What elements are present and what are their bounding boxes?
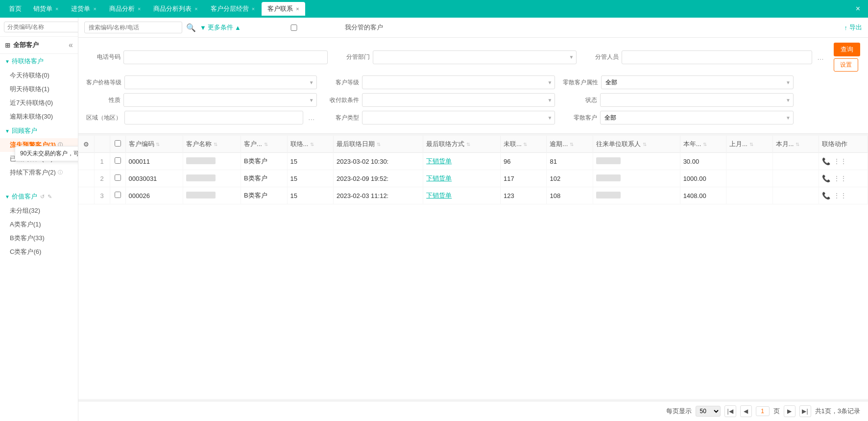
- th-overdue[interactable]: 逾期... ⇅: [547, 136, 593, 153]
- action-phone-icon[interactable]: 📞: [822, 157, 830, 165]
- action-more-icon[interactable]: ⋮⋮: [833, 192, 847, 199]
- th-this-month[interactable]: 本月... ⇅: [772, 136, 819, 153]
- filter-customer-grade-select[interactable]: [362, 75, 555, 89]
- sidebar-item-today[interactable]: 今天待联络(0): [0, 69, 78, 82]
- last-way-link[interactable]: 下销货单: [426, 174, 452, 182]
- row-checkbox[interactable]: [115, 174, 121, 181]
- edit-icon[interactable]: ✎: [48, 194, 52, 200]
- th-name[interactable]: 客户名称 ⇅: [183, 136, 241, 153]
- table-row: 2 00030031 B类客户 15 2023-02-09 19:52: 下销货…: [78, 170, 868, 187]
- nav-tab-jinhuo[interactable]: 进货单 ×: [65, 2, 102, 16]
- sidebar-item-tomorrow[interactable]: 明天待联络(1): [0, 82, 78, 96]
- my-customers-checkbox[interactable]: [245, 25, 343, 31]
- nav-home[interactable]: 首页: [4, 4, 26, 13]
- next-page-btn[interactable]: ▶: [784, 405, 796, 417]
- settings-button[interactable]: 设置: [834, 58, 858, 72]
- filter-status-label: 状态: [563, 96, 597, 104]
- close-tab-xiaohuo[interactable]: ×: [55, 6, 58, 12]
- refresh-icon[interactable]: ↺: [40, 194, 45, 200]
- table-wrap: ⚙ 客户编码 ⇅ 客户名称 ⇅ 客户... ⇅ 联络... ⇅ 最后联络日期 ⇅…: [78, 136, 868, 399]
- row-checkbox[interactable]: [115, 157, 121, 164]
- nav-tab-shangpin[interactable]: 商品分析 ×: [103, 2, 146, 16]
- th-no-contact[interactable]: 未联... ⇅: [501, 136, 547, 153]
- query-button[interactable]: 查询: [834, 43, 860, 56]
- customer-table: ⚙ 客户编码 ⇅ 客户名称 ⇅ 客户... ⇅ 联络... ⇅ 最后联络日期 ⇅…: [78, 136, 868, 204]
- th-code[interactable]: 客户编码 ⇅: [125, 136, 183, 153]
- filter-nature-wrap: ▼: [123, 93, 317, 107]
- export-button[interactable]: ↑ 导出: [844, 23, 863, 32]
- th-settings[interactable]: ⚙: [78, 136, 94, 153]
- filter-customer-type-select[interactable]: [362, 111, 555, 124]
- close-all-tabs[interactable]: ×: [852, 4, 864, 13]
- last-way-link[interactable]: 下销货单: [426, 192, 452, 199]
- th-this-year[interactable]: 本年... ⇅: [680, 136, 726, 153]
- last-way-link[interactable]: 下销货单: [426, 157, 452, 165]
- sidebar-item-c-class[interactable]: C类客户(6): [0, 245, 78, 259]
- th-checkbox[interactable]: [110, 136, 125, 153]
- more-conditions-button[interactable]: ▼ 更多条件 ▲: [200, 23, 241, 32]
- action-phone-icon[interactable]: 📞: [822, 174, 830, 182]
- filter-status-select[interactable]: [600, 93, 794, 107]
- th-last-month[interactable]: 上月... ⇅: [726, 136, 772, 153]
- sidebar-item-unfiled[interactable]: 未分组(32): [0, 204, 78, 218]
- my-customers-checkbox-label[interactable]: 我分管的客户: [245, 23, 383, 32]
- filter-person-input[interactable]: [622, 50, 812, 64]
- sidebar-item-7days[interactable]: 近7天待联络(0): [0, 96, 78, 110]
- filter-price-grade-select[interactable]: [124, 75, 317, 89]
- search-button[interactable]: 🔍: [186, 23, 196, 32]
- nav-tab-kh-lianxi[interactable]: 客户联系 ×: [262, 2, 305, 16]
- filter-retail-attr-select[interactable]: 全部: [601, 75, 794, 89]
- last-page-btn[interactable]: ▶|: [799, 405, 811, 417]
- collapse-icon[interactable]: «: [69, 41, 73, 50]
- th-unit-contact[interactable]: 往来单位联系人 ⇅: [593, 136, 680, 153]
- td-last-way[interactable]: 下销货单: [423, 153, 501, 170]
- prev-page-btn[interactable]: ◀: [740, 405, 752, 417]
- action-phone-icon[interactable]: 📞: [822, 192, 830, 199]
- th-type[interactable]: 客户... ⇅: [241, 136, 287, 153]
- nav-tab-kh-fenceng[interactable]: 客户分层经营 ×: [205, 2, 261, 16]
- sidebar-section-dailianluo[interactable]: ▼ 待联络客户: [0, 54, 78, 69]
- close-tab-jinhuo[interactable]: ×: [93, 6, 96, 12]
- filter-payment-select[interactable]: [362, 93, 555, 107]
- select-all-checkbox[interactable]: [115, 140, 121, 147]
- filter-dept-select[interactable]: [373, 50, 577, 64]
- sidebar-search-input[interactable]: [4, 22, 78, 32]
- filter-nature-select[interactable]: [123, 93, 317, 107]
- row-checkbox[interactable]: [115, 192, 121, 198]
- sidebar-item-a-class[interactable]: A类客户(1): [0, 218, 78, 231]
- sidebar-item-b-class[interactable]: B类客户(33): [0, 231, 78, 245]
- filter-status: 状态 ▼: [563, 93, 794, 107]
- close-tab-shangpin[interactable]: ×: [138, 6, 141, 12]
- sidebar-item-overdue[interactable]: 逾期未联络(30): [0, 110, 78, 124]
- first-page-btn[interactable]: |◀: [724, 405, 736, 417]
- filter-person-more[interactable]: …: [815, 53, 826, 61]
- close-tab-kh-lianxi[interactable]: ×: [296, 6, 299, 12]
- close-tab-shangpin-list[interactable]: ×: [194, 6, 197, 12]
- nav-tab-shangpin-list[interactable]: 商品分析列表 ×: [147, 2, 203, 16]
- info-icon-chixu: ⓘ: [58, 169, 63, 176]
- filter-phone-input[interactable]: [123, 50, 328, 64]
- td-last-way[interactable]: 下销货单: [423, 187, 501, 204]
- filter-region-more[interactable]: …: [306, 114, 317, 122]
- search-input[interactable]: [84, 22, 182, 33]
- action-more-icon[interactable]: ⋮⋮: [833, 174, 847, 182]
- per-page-select[interactable]: 50 100: [696, 406, 721, 417]
- filter-region-input[interactable]: [124, 111, 303, 124]
- close-tab-kh-fenceng[interactable]: ×: [252, 6, 255, 12]
- th-last-way[interactable]: 最后联络方式 ⇅: [423, 136, 501, 153]
- td-checkbox[interactable]: [110, 187, 125, 204]
- table-row: 3 000026 B类客户 15 2023-02-03 11:12: 下销货单 …: [78, 187, 868, 204]
- action-more-icon[interactable]: ⋮⋮: [833, 157, 847, 165]
- th-last-date[interactable]: 最后联络日期 ⇅: [333, 136, 423, 153]
- td-settings: [78, 153, 94, 170]
- sidebar-item-chixu[interactable]: 持续下滑客户(2) ⓘ: [0, 166, 78, 179]
- sidebar-section-jiazhi[interactable]: ▼ 价值客户 ↺ ✎: [0, 189, 78, 204]
- nav-tab-xiaohuo[interactable]: 销货单 ×: [27, 2, 64, 16]
- sidebar-section-huigu[interactable]: ▼ 回顾客户: [0, 124, 78, 138]
- td-checkbox[interactable]: [110, 170, 125, 187]
- filter-person: 分管人员 …: [584, 50, 826, 64]
- td-last-way[interactable]: 下销货单: [423, 170, 501, 187]
- th-contact[interactable]: 联络... ⇅: [287, 136, 333, 153]
- td-checkbox[interactable]: [110, 153, 125, 170]
- filter-retail-select[interactable]: 全部: [600, 111, 794, 124]
